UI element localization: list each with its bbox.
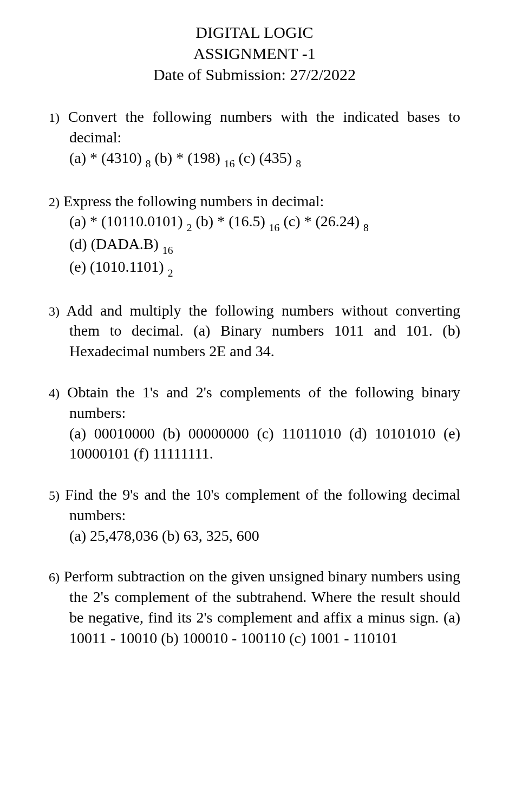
question-5-parts: (a) 25,478,036 (b) 63, 325, 600 [49,526,460,546]
question-5-text: 5) Find the 9's and the 10's complement … [49,484,460,526]
document-header: DIGITAL LOGIC ASSIGNMENT -1 Date of Subm… [103,22,406,85]
question-6: 6) Perform subtraction on the given unsi… [49,566,460,648]
question-number: 4) [49,386,60,400]
document-subtitle: ASSIGNMENT -1 [103,43,406,64]
question-1-parts: (a) * (4310) 8 (b) * (198) 16 (c) (435) … [49,148,460,171]
question-4: 4) Obtain the 1's and 2's complements of… [49,382,460,464]
question-2-line1: (a) * (10110.0101) 2 (b) * (16.5) 16 (c)… [49,211,460,234]
question-1: 1) Convert the following numbers with th… [49,107,460,171]
question-number: 2) [49,195,60,209]
question-2-text: 2) Express the following numbers in deci… [49,191,460,212]
question-4-parts: (a) 00010000 (b) 00000000 (c) 11011010 (… [49,423,460,464]
question-3-text: 3) Add and multiply the following number… [49,300,460,362]
question-6-text: 6) Perform subtraction on the given unsi… [49,566,460,648]
submission-date: Date of Submission: 27/2/2022 [103,64,406,85]
question-2-line3: (e) (1010.1101) 2 [49,257,460,279]
question-number: 3) [49,304,60,318]
question-5: 5) Find the 9's and the 10's complement … [49,484,460,546]
question-number: 6) [49,570,60,584]
question-number: 5) [49,488,60,502]
question-number: 1) [49,110,60,125]
question-2-line2: (d) (DADA.B) 16 [49,234,460,257]
question-3: 3) Add and multiply the following number… [49,300,460,362]
question-4-text: 4) Obtain the 1's and 2's complements of… [49,382,460,423]
document-title: DIGITAL LOGIC [103,22,406,43]
question-2: 2) Express the following numbers in deci… [49,191,460,280]
question-1-text: 1) Convert the following numbers with th… [49,107,460,148]
